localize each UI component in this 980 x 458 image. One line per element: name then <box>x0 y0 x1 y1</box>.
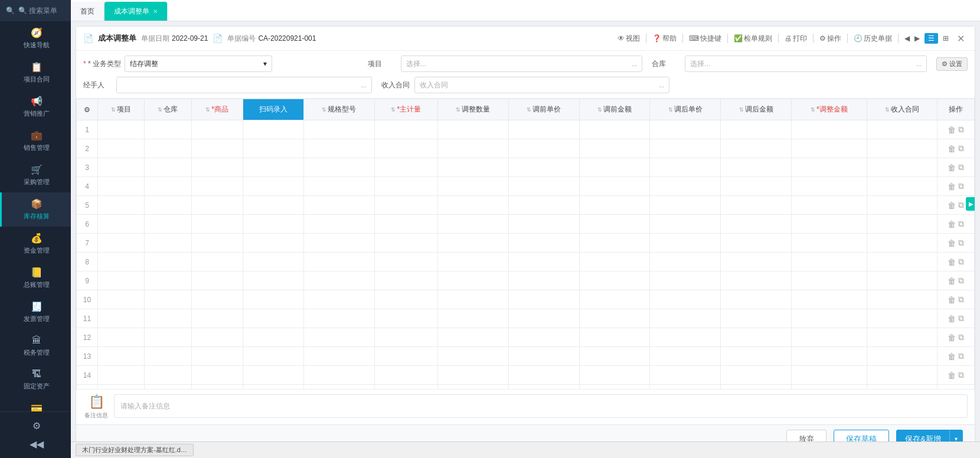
action-review[interactable]: ✅ 检单规则 <box>734 34 772 44</box>
cell-project-3[interactable] <box>98 158 145 177</box>
cell-after-amount-5[interactable] <box>721 196 792 215</box>
action-shortcuts[interactable]: ⌨ 快捷键 <box>689 34 721 44</box>
cell-spec-3[interactable] <box>303 158 374 177</box>
cell-spec-5[interactable] <box>303 196 374 215</box>
cell-income-contract-14[interactable] <box>867 366 937 385</box>
row-copy-4[interactable]: ⧉ <box>958 181 964 191</box>
action-history[interactable]: 🕘 历史单据 <box>854 34 892 44</box>
view-toggle2[interactable]: ⊞ <box>943 34 949 42</box>
cell-income-contract-9[interactable] <box>867 271 937 290</box>
sidebar-item-tax-mgmt[interactable]: 🏛税务管理 <box>0 329 71 363</box>
cell-project-8[interactable] <box>98 253 145 271</box>
cell-scan-4[interactable] <box>243 177 303 196</box>
cell-unit-3[interactable] <box>374 158 437 177</box>
cell-adj-amount-9[interactable] <box>791 271 867 290</box>
cell-unit-4[interactable] <box>374 177 437 196</box>
cell-before-amount-14[interactable] <box>579 366 650 385</box>
action-operation[interactable]: ⚙ 操作 <box>819 34 841 44</box>
row-delete-1[interactable]: 🗑 <box>948 125 956 135</box>
row-copy-10[interactable]: ⧉ <box>958 295 964 305</box>
cell-after-price-4[interactable] <box>650 177 721 196</box>
cell-spec-14[interactable] <box>303 366 374 385</box>
cell-product-12[interactable] <box>191 328 243 347</box>
th-gear[interactable]: ⚙ <box>77 99 98 120</box>
cell-before-amount-3[interactable] <box>579 158 650 177</box>
action-print[interactable]: 🖨 打印 <box>785 34 807 44</box>
cell-before-price-15[interactable] <box>508 385 579 390</box>
cell-after-amount-3[interactable] <box>721 158 792 177</box>
cell-scan-5[interactable] <box>243 196 303 215</box>
cell-after-amount-1[interactable] <box>721 120 792 139</box>
cell-after-price-6[interactable] <box>650 215 721 234</box>
cell-before-amount-9[interactable] <box>579 271 650 290</box>
row-delete-2[interactable]: 🗑 <box>948 144 956 153</box>
biz-type-select[interactable]: 结存调整 ▾ <box>125 55 272 72</box>
cell-income-contract-13[interactable] <box>867 347 937 366</box>
cell-adj-qty-11[interactable] <box>437 309 508 328</box>
cell-income-contract-5[interactable] <box>867 196 937 215</box>
cell-spec-1[interactable] <box>303 120 374 139</box>
row-delete-9[interactable]: 🗑 <box>948 276 956 286</box>
right-edge-tab[interactable]: ▶ <box>966 197 975 211</box>
cell-warehouse-15[interactable] <box>145 385 191 390</box>
cell-product-8[interactable] <box>191 253 243 271</box>
cell-after-price-8[interactable] <box>650 253 721 271</box>
cell-spec-12[interactable] <box>303 328 374 347</box>
row-copy-1[interactable]: ⧉ <box>958 125 964 135</box>
cell-income-contract-15[interactable] <box>867 385 937 390</box>
tab-home[interactable]: 首页 <box>71 2 104 21</box>
cell-warehouse-6[interactable] <box>145 215 191 234</box>
cell-project-1[interactable] <box>98 120 145 139</box>
cell-project-15[interactable] <box>98 385 145 390</box>
cell-product-9[interactable] <box>191 271 243 290</box>
cell-warehouse-2[interactable] <box>145 139 191 158</box>
cell-spec-2[interactable] <box>303 139 374 158</box>
row-copy-8[interactable]: ⧉ <box>958 257 964 267</box>
th-scan-input[interactable]: 扫码录入 <box>243 99 303 120</box>
cell-unit-10[interactable] <box>374 290 437 309</box>
cell-before-price-2[interactable] <box>508 139 579 158</box>
cell-warehouse-12[interactable] <box>145 328 191 347</box>
row-delete-12[interactable]: 🗑 <box>948 333 956 342</box>
cell-before-price-11[interactable] <box>508 309 579 328</box>
cell-adj-amount-4[interactable] <box>791 177 867 196</box>
row-delete-10[interactable]: 🗑 <box>948 295 956 305</box>
cell-adj-amount-6[interactable] <box>791 215 867 234</box>
cell-unit-14[interactable] <box>374 366 437 385</box>
cell-unit-2[interactable] <box>374 139 437 158</box>
cell-product-3[interactable] <box>191 158 243 177</box>
cell-adj-qty-12[interactable] <box>437 328 508 347</box>
action-view[interactable]: 👁 视图 <box>618 34 640 44</box>
cell-before-price-6[interactable] <box>508 215 579 234</box>
cell-warehouse-11[interactable] <box>145 309 191 328</box>
settings-button[interactable]: ⚙ 设置 <box>936 57 968 71</box>
cell-before-price-5[interactable] <box>508 196 579 215</box>
cell-product-10[interactable] <box>191 290 243 309</box>
cell-adj-qty-8[interactable] <box>437 253 508 271</box>
cell-income-contract-3[interactable] <box>867 158 937 177</box>
cell-before-price-7[interactable] <box>508 234 579 253</box>
row-copy-11[interactable]: ⧉ <box>958 313 964 323</box>
cell-before-price-4[interactable] <box>508 177 579 196</box>
cell-scan-7[interactable] <box>243 234 303 253</box>
cell-adj-qty-1[interactable] <box>437 120 508 139</box>
sidebar-search[interactable]: 🔍 🔍 搜索菜单 <box>0 0 71 21</box>
cell-before-amount-8[interactable] <box>579 253 650 271</box>
cell-unit-6[interactable] <box>374 215 437 234</box>
cell-scan-9[interactable] <box>243 271 303 290</box>
cell-spec-11[interactable] <box>303 309 374 328</box>
cell-income-contract-4[interactable] <box>867 177 937 196</box>
cell-adj-qty-10[interactable] <box>437 290 508 309</box>
row-delete-3[interactable]: 🗑 <box>948 163 956 172</box>
cell-scan-12[interactable] <box>243 328 303 347</box>
cell-after-price-2[interactable] <box>650 139 721 158</box>
cell-unit-7[interactable] <box>374 234 437 253</box>
row-copy-14[interactable]: ⧉ <box>958 370 964 380</box>
cell-before-amount-7[interactable] <box>579 234 650 253</box>
row-copy-13[interactable]: ⧉ <box>958 351 964 361</box>
cell-income-contract-11[interactable] <box>867 309 937 328</box>
cell-after-amount-13[interactable] <box>721 347 792 366</box>
notes-icon-area[interactable]: 📋 备注信息 <box>83 394 109 420</box>
cell-before-price-8[interactable] <box>508 253 579 271</box>
cell-project-2[interactable] <box>98 139 145 158</box>
